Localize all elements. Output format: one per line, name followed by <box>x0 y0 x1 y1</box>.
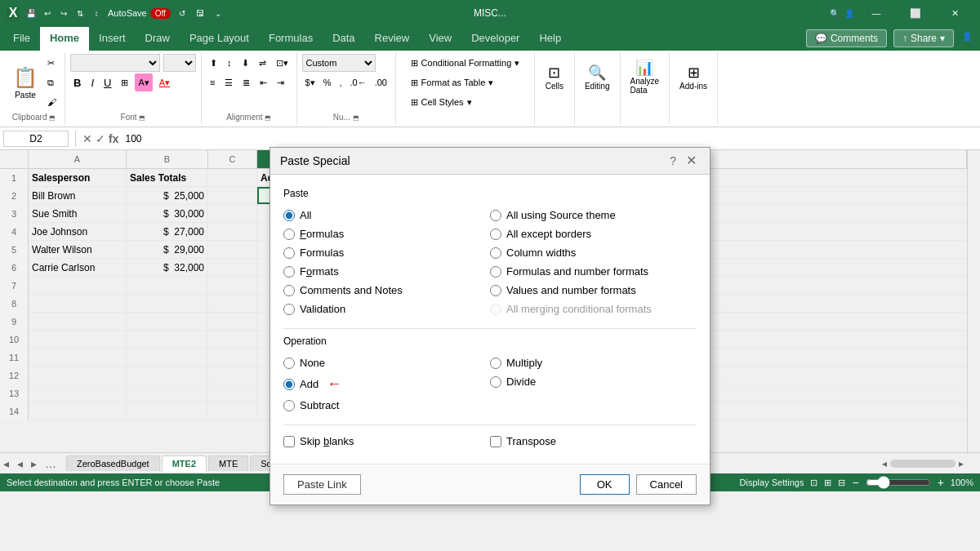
sort-asc-icon[interactable]: ⇅ <box>74 7 87 20</box>
analyze-button[interactable]: 📊 AnalyzeData <box>626 54 665 100</box>
cell-c4[interactable] <box>208 223 257 240</box>
skip-blanks-option[interactable]: Skip blanks <box>283 432 490 451</box>
op-add-option[interactable]: Add ← <box>283 372 490 396</box>
align-top-button[interactable]: ⬆ <box>207 54 220 72</box>
font-family-select[interactable] <box>70 54 160 72</box>
col-header-b[interactable]: B <box>127 150 208 168</box>
paste-comments-radio[interactable] <box>283 285 295 296</box>
sort-desc-icon[interactable]: ↕ <box>90 7 103 20</box>
autosave-toggle[interactable]: Off <box>150 8 171 19</box>
skip-blanks-checkbox[interactable] <box>283 436 295 447</box>
sheet-scroll-left[interactable]: ◂ <box>0 455 12 472</box>
zoom-out-icon[interactable]: − <box>852 476 858 489</box>
cell-b1[interactable]: Sales Totals <box>127 169 208 186</box>
font-size-select[interactable] <box>163 54 196 72</box>
align-center-button[interactable]: ☰ <box>221 73 236 91</box>
cell-a1[interactable]: Salesperson <box>29 169 127 186</box>
transpose-option[interactable]: Transpose <box>490 432 697 451</box>
paste-button[interactable]: 📋 Paste <box>8 60 42 105</box>
sheet-scroll-prev[interactable]: ◂ <box>14 455 26 472</box>
align-bottom-button[interactable]: ⬇ <box>238 54 252 72</box>
cell-c6[interactable] <box>208 259 257 276</box>
save-icon[interactable]: 💾 <box>24 7 38 20</box>
paste-values-num-option[interactable]: Values and number formats <box>490 281 697 300</box>
cell-c5[interactable] <box>208 241 257 258</box>
addins-button[interactable]: ⊞ Add-ins <box>675 54 712 100</box>
view-normal-icon[interactable]: ⊡ <box>810 478 817 488</box>
formula-insert-icon[interactable]: fx <box>109 132 118 145</box>
paste-col-widths-option[interactable]: Column widths <box>490 243 697 262</box>
sheet-scroll-next[interactable]: ▸ <box>28 455 40 472</box>
paste-values-radio[interactable] <box>283 247 295 259</box>
cells-button[interactable]: ⊡ Cells <box>540 54 569 100</box>
paste-all-option[interactable]: All <box>283 206 490 224</box>
cell-a8[interactable] <box>29 295 127 312</box>
formula-input[interactable] <box>122 131 977 146</box>
col-header-a[interactable]: A <box>29 150 127 168</box>
restore-button[interactable]: ⬜ <box>897 0 934 26</box>
underline-button[interactable]: U <box>100 73 114 91</box>
comments-button[interactable]: 💬 Comments <box>806 29 887 47</box>
hscroll-right[interactable]: ▸ <box>959 458 964 469</box>
view-page-break-icon[interactable]: ⊟ <box>838 478 845 488</box>
tab-help[interactable]: Help <box>529 27 571 51</box>
cell-a14[interactable] <box>29 402 127 420</box>
currency-button[interactable]: $▾ <box>302 73 318 91</box>
cell-a12[interactable] <box>29 367 127 384</box>
ok-button[interactable]: OK <box>580 474 630 495</box>
more-tools-icon[interactable]: ⌄ <box>212 7 225 20</box>
increase-decimal-button[interactable]: .00 <box>372 73 390 91</box>
align-right-button[interactable]: ≣ <box>239 73 253 91</box>
tab-developer[interactable]: Developer <box>461 27 529 51</box>
tab-data[interactable]: Data <box>323 27 364 51</box>
zoom-slider[interactable] <box>866 476 931 489</box>
cell-b5[interactable]: $ 29,000 <box>127 241 208 258</box>
cell-a11[interactable] <box>29 349 127 366</box>
paste-formulas-num-option[interactable]: Formulas and number formats <box>490 262 697 281</box>
cell-c8[interactable] <box>208 295 257 312</box>
cell-b8[interactable] <box>127 295 208 312</box>
tab-draw[interactable]: Draw <box>136 27 180 51</box>
tab-formulas[interactable]: Formulas <box>259 27 323 51</box>
tab-home[interactable]: Home <box>40 27 89 51</box>
search-icon[interactable]: 🔍 <box>828 7 841 20</box>
cell-a13[interactable] <box>29 384 127 402</box>
paste-validation-option[interactable]: Validation <box>283 300 490 318</box>
increase-indent-button[interactable]: ⇥ <box>274 73 287 91</box>
op-none-radio[interactable] <box>283 358 295 369</box>
number-format-select[interactable]: Custom <box>302 54 376 72</box>
hscroll-left[interactable]: ◂ <box>882 458 887 469</box>
sheet-tab-zerobudget[interactable]: ZeroBasedBudget <box>66 455 160 471</box>
paste-formats-radio[interactable] <box>283 266 295 278</box>
op-none-option[interactable]: None <box>283 353 490 372</box>
dialog-help-icon[interactable]: ? <box>670 154 676 167</box>
percent-button[interactable]: % <box>320 73 335 91</box>
cell-b12[interactable] <box>127 367 208 384</box>
display-settings[interactable]: Display Settings <box>740 478 804 487</box>
paste-formulas-option[interactable]: Formulas <box>283 224 490 243</box>
cut-button[interactable]: ✂ <box>44 54 60 72</box>
cell-c1[interactable] <box>208 169 257 186</box>
cell-a7[interactable] <box>29 277 127 294</box>
close-button[interactable]: ✕ <box>936 0 973 26</box>
cell-a6[interactable]: Carrie Carlson <box>29 259 127 276</box>
tab-file[interactable]: File <box>3 27 40 51</box>
zoom-in-icon[interactable]: + <box>938 476 944 489</box>
decrease-decimal-button[interactable]: .0← <box>346 73 369 91</box>
cell-b6[interactable]: $ 32,000 <box>127 259 208 276</box>
decrease-indent-button[interactable]: ⇤ <box>256 73 270 91</box>
align-middle-button[interactable]: ↕ <box>224 54 235 72</box>
op-multiply-radio[interactable] <box>490 358 501 369</box>
view-page-layout-icon[interactable]: ⊞ <box>824 478 831 488</box>
cell-c10[interactable] <box>208 331 257 348</box>
transpose-checkbox[interactable] <box>490 436 501 447</box>
paste-validation-radio[interactable] <box>283 304 295 315</box>
paste-all-merging-option[interactable]: All merging conditional formats <box>490 300 697 318</box>
cancel-button[interactable]: Cancel <box>636 474 697 495</box>
paste-values-option[interactable]: Formulas <box>283 243 490 262</box>
floppy-icon[interactable]: 🖫 <box>194 7 207 20</box>
sheet-tab-mte2[interactable]: MTE2 <box>162 455 207 472</box>
comma-button[interactable]: , <box>336 73 345 91</box>
redo-icon[interactable]: ↪ <box>57 7 70 20</box>
name-box[interactable] <box>3 131 69 147</box>
